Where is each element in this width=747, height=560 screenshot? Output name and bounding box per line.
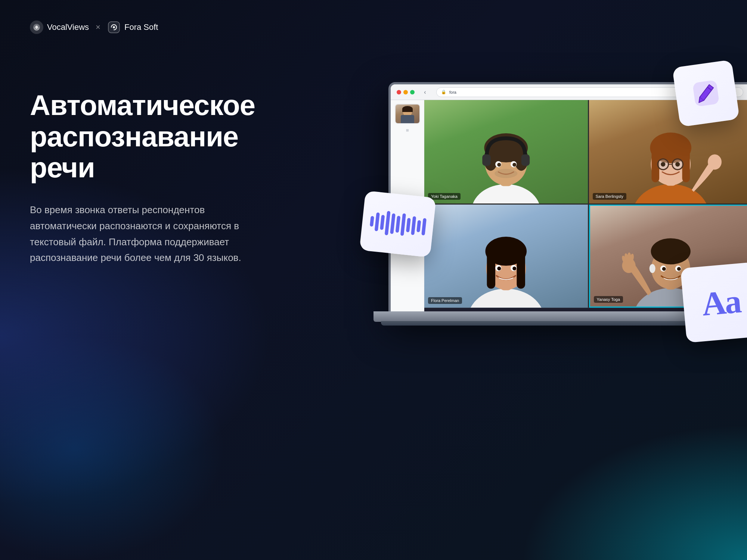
wbar-9 bbox=[411, 216, 416, 235]
wbar-4 bbox=[384, 211, 390, 235]
svg-rect-10 bbox=[482, 154, 491, 166]
svg-point-52 bbox=[677, 267, 681, 271]
vocalviews-label: VocalViews bbox=[47, 22, 89, 32]
sidebar-thumbnail bbox=[395, 104, 420, 124]
name-tag-3: Flora Perelman bbox=[428, 297, 462, 304]
browser-url: fora bbox=[449, 90, 456, 94]
forasoft-logo: Fora Soft bbox=[107, 21, 158, 34]
float-card-pencil bbox=[672, 60, 740, 127]
svg-rect-33 bbox=[487, 250, 496, 288]
wbar-3 bbox=[380, 215, 385, 230]
svg-point-47 bbox=[651, 238, 690, 264]
svg-point-38 bbox=[512, 266, 516, 270]
svg-point-18 bbox=[708, 154, 722, 169]
wbar-10 bbox=[416, 220, 421, 232]
svg-point-4 bbox=[472, 184, 540, 203]
float-card-waveform bbox=[359, 191, 436, 258]
svg-point-37 bbox=[497, 266, 501, 270]
svg-rect-11 bbox=[521, 154, 530, 166]
wbar-5 bbox=[390, 213, 396, 234]
video-cell-1: Yoki Taganaka bbox=[424, 100, 588, 203]
video-cell-3: Flora Perelman bbox=[424, 205, 588, 308]
browser-dots bbox=[397, 90, 415, 94]
svg-point-48 bbox=[649, 264, 655, 273]
logo-separator: × bbox=[96, 22, 100, 32]
float-card-aa: Aa bbox=[681, 262, 747, 343]
dot-red bbox=[397, 90, 401, 94]
svg-point-14 bbox=[497, 163, 501, 167]
hero-content: Автоматическое распознавание речи Во вре… bbox=[30, 90, 247, 266]
aa-text: Aa bbox=[700, 281, 742, 323]
svg-point-27 bbox=[661, 162, 665, 167]
wbar-6 bbox=[395, 215, 400, 233]
vocalviews-icon bbox=[30, 21, 43, 34]
name-tag-4: Yanasy Toga bbox=[594, 296, 623, 303]
svg-point-16 bbox=[495, 169, 517, 178]
dot-green bbox=[410, 90, 415, 94]
person-photo-1 bbox=[424, 100, 588, 203]
wbar-11 bbox=[421, 218, 427, 236]
svg-rect-34 bbox=[517, 250, 525, 288]
svg-point-29 bbox=[468, 289, 544, 308]
name-tag-2: Sara Berlingsty bbox=[593, 193, 627, 200]
waveform-visual bbox=[369, 208, 427, 240]
sidebar-thumb-img bbox=[396, 105, 419, 123]
header-logos: VocalViews × Fora Soft bbox=[30, 21, 158, 34]
dot-yellow bbox=[403, 90, 408, 94]
name-tag-1: Yoki Taganaka bbox=[428, 193, 461, 200]
hero-title: Автоматическое распознавание речи bbox=[30, 90, 247, 183]
wbar-1 bbox=[369, 216, 374, 227]
browser-back-btn[interactable]: ‹ bbox=[421, 88, 430, 97]
forasoft-icon bbox=[107, 21, 121, 34]
svg-point-2 bbox=[113, 26, 115, 28]
forasoft-label: Fora Soft bbox=[124, 22, 158, 32]
wbar-7 bbox=[400, 213, 406, 236]
laptop-area: ‹ 🔒 fora bbox=[344, 52, 747, 358]
svg-point-51 bbox=[662, 267, 666, 271]
svg-point-15 bbox=[512, 163, 516, 167]
wbar-8 bbox=[406, 218, 410, 233]
lock-icon: 🔒 bbox=[441, 90, 446, 94]
vocalviews-logo: VocalViews bbox=[30, 21, 89, 34]
screen-share-icon: ⊞ bbox=[405, 127, 410, 134]
hero-description: Во время звонка ответы респондентов авто… bbox=[30, 202, 247, 266]
wbar-2 bbox=[374, 212, 379, 231]
svg-point-28 bbox=[675, 162, 680, 167]
person-photo-3 bbox=[424, 205, 588, 308]
